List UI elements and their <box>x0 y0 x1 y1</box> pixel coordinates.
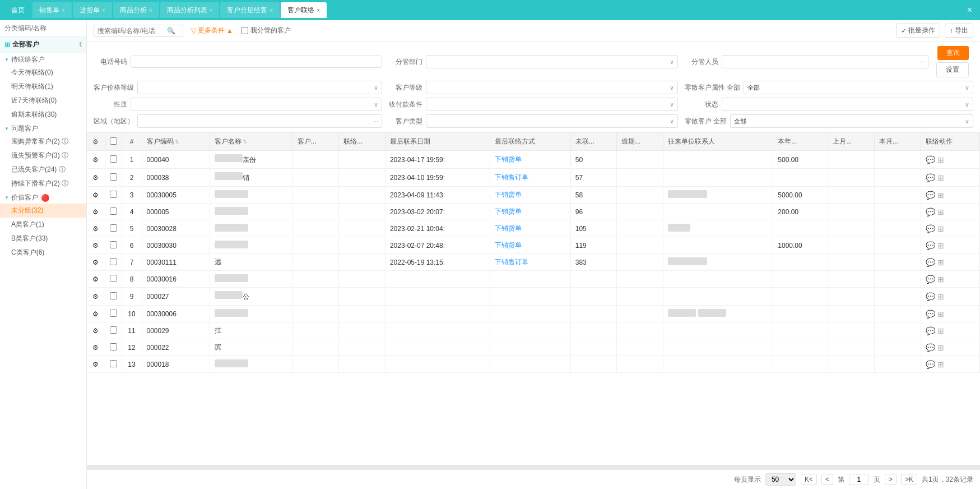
row-gear[interactable]: ⚙ <box>87 169 105 187</box>
row-gear[interactable]: ⚙ <box>87 288 105 306</box>
sidebar-item-class-a[interactable]: A类客户(1) <box>0 218 86 232</box>
nav-tab-product-analysis-list-close[interactable]: × <box>210 7 213 13</box>
window-close-button[interactable]: × <box>964 5 976 15</box>
customer-type-select[interactable]: ∨ <box>426 114 677 128</box>
sidebar-item-7days-pending[interactable]: 近7天待联络(0) <box>0 94 86 108</box>
grid-action-icon[interactable]: ⊞ <box>937 360 944 369</box>
chat-icon[interactable]: 💬 <box>926 275 935 284</box>
export-button[interactable]: ↑ 导出 <box>945 24 973 38</box>
price-level-select[interactable]: ∨ <box>137 81 382 94</box>
row-gear[interactable]: ⚙ <box>87 306 105 322</box>
chat-icon[interactable]: 💬 <box>926 155 935 164</box>
row-checkbox[interactable] <box>110 241 117 248</box>
col-code-header[interactable]: 客户编码 ⇅ <box>142 133 210 151</box>
customer-level-select[interactable]: ∨ <box>426 81 677 94</box>
filter-search-icon[interactable]: 🔍 <box>167 27 175 35</box>
page-size-select[interactable]: 50 20 100 <box>765 473 796 486</box>
row-checkbox[interactable] <box>110 155 117 163</box>
payment-select[interactable]: ∨ <box>426 98 677 111</box>
row-checkbox[interactable] <box>110 360 117 367</box>
grid-action-icon[interactable]: ⊞ <box>937 241 944 250</box>
row-checkbox[interactable] <box>110 173 117 181</box>
sidebar-item-unassigned[interactable]: 未分组(32) <box>0 204 86 218</box>
sidebar-item-tomorrow-pending[interactable]: 明天待联络(1) <box>0 80 86 94</box>
sidebar-item-churn-warning[interactable]: 流失预警客户(3) ⓘ <box>0 149 86 163</box>
chat-icon[interactable]: 💬 <box>926 224 935 233</box>
contact-method-link[interactable]: 下销售订单 <box>495 258 528 266</box>
chat-icon[interactable]: 💬 <box>926 241 935 250</box>
col-name-header[interactable]: 客户名称 ⇅ <box>210 133 293 151</box>
row-checkbox[interactable] <box>110 207 117 215</box>
nav-tab-sales[interactable]: 销售单 × <box>32 2 72 18</box>
contact-method-link[interactable]: 下销货单 <box>495 241 522 249</box>
row-checkbox[interactable] <box>110 224 117 232</box>
contact-method-link[interactable]: 下销货单 <box>495 224 522 232</box>
nav-tab-product-analysis[interactable]: 商品分析 × <box>113 2 159 18</box>
row-checkbox[interactable] <box>110 258 117 265</box>
row-gear[interactable]: ⚙ <box>87 220 105 237</box>
sidebar-item-churned[interactable]: 已流失客户(24) ⓘ <box>0 163 86 177</box>
row-gear[interactable]: ⚙ <box>87 356 105 373</box>
row-gear[interactable]: ⚙ <box>87 254 105 271</box>
row-gear[interactable]: ⚙ <box>87 237 105 254</box>
nav-tab-purchase[interactable]: 进货单 × <box>73 2 112 18</box>
row-gear[interactable]: ⚙ <box>87 339 105 356</box>
retail-attr-select[interactable]: 全部 ∨ <box>744 81 973 94</box>
my-customers-checkbox-group[interactable]: 我分管的客户 <box>241 26 291 35</box>
nav-tab-home[interactable]: 首页 <box>4 2 31 18</box>
sidebar-item-class-b[interactable]: B类客户(33) <box>0 232 86 246</box>
more-conditions-button[interactable]: ▽ 更多条件 ▲ <box>188 25 236 36</box>
row-checkbox[interactable] <box>110 310 117 317</box>
grid-action-icon[interactable]: ⊞ <box>937 343 944 352</box>
nav-tab-product-analysis-close[interactable]: × <box>149 7 152 13</box>
grid-action-icon[interactable]: ⊞ <box>937 258 944 267</box>
chat-icon[interactable]: 💬 <box>926 207 935 216</box>
next-page-button[interactable]: > <box>885 474 897 485</box>
contact-method-link[interactable]: 下销货单 <box>495 207 522 215</box>
person-select[interactable]: ··· <box>722 55 928 68</box>
my-customers-checkbox[interactable] <box>241 27 248 34</box>
batch-ops-button[interactable]: ✓ 批量操作 <box>896 24 940 38</box>
nav-tab-customer-contact[interactable]: 客户联络 × <box>281 2 327 18</box>
row-checkbox[interactable] <box>110 326 117 334</box>
col-gear-header[interactable]: ⚙ <box>87 133 105 151</box>
sidebar-section-pending[interactable]: ▼ 待联络客户 <box>0 53 86 66</box>
row-gear[interactable]: ⚙ <box>87 187 105 204</box>
nav-tab-product-analysis-list[interactable]: 商品分析列表 × <box>160 2 220 18</box>
chat-icon[interactable]: 💬 <box>926 173 935 182</box>
sidebar-item-abnormal-purchase[interactable]: 囤购异常客户(2) ⓘ <box>0 135 86 149</box>
sidebar-collapse-icon[interactable]: 《 <box>76 41 82 49</box>
nature-select[interactable]: ∨ <box>131 98 382 111</box>
phone-input[interactable] <box>131 56 382 68</box>
sidebar-item-class-c[interactable]: C类客户(6) <box>0 246 86 260</box>
row-checkbox[interactable] <box>110 191 117 198</box>
region-select[interactable]: ··· <box>137 114 382 128</box>
nav-tab-customer-segment[interactable]: 客户分层经客 × <box>220 2 280 18</box>
contact-method-link[interactable]: 下销货单 <box>495 155 522 163</box>
grid-action-icon[interactable]: ⊞ <box>937 310 944 319</box>
contact-method-link[interactable]: 下销售订单 <box>495 173 528 181</box>
row-checkbox[interactable] <box>110 275 117 282</box>
chat-icon[interactable]: 💬 <box>926 292 935 301</box>
last-page-button[interactable]: >K <box>901 474 917 485</box>
retail-customer-select[interactable]: 全部 ∨ <box>730 114 973 128</box>
nav-tab-customer-segment-close[interactable]: × <box>270 7 273 13</box>
nav-tab-sales-close[interactable]: × <box>62 7 65 13</box>
chat-icon[interactable]: 💬 <box>926 258 935 267</box>
chat-icon[interactable]: 💬 <box>926 326 935 335</box>
sidebar-item-today-pending[interactable]: 今天待联络(0) <box>0 66 86 80</box>
first-page-button[interactable]: K< <box>801 474 817 485</box>
chat-icon[interactable]: 💬 <box>926 360 935 369</box>
chat-icon[interactable]: 💬 <box>926 343 935 352</box>
row-checkbox[interactable] <box>110 292 117 299</box>
row-gear[interactable]: ⚙ <box>87 204 105 220</box>
dept-select[interactable]: ∨ <box>426 55 677 68</box>
grid-action-icon[interactable]: ⊞ <box>937 191 944 200</box>
sidebar-all-customers[interactable]: ⊞ 全部客户 《 <box>0 36 86 53</box>
horizontal-scrollbar[interactable] <box>87 465 980 469</box>
filter-search-input[interactable] <box>97 27 165 35</box>
nav-tab-purchase-close[interactable]: × <box>102 7 105 13</box>
nav-tab-customer-contact-close[interactable]: × <box>317 7 320 13</box>
grid-action-icon[interactable]: ⊞ <box>937 224 944 233</box>
select-all-checkbox[interactable] <box>110 137 117 145</box>
